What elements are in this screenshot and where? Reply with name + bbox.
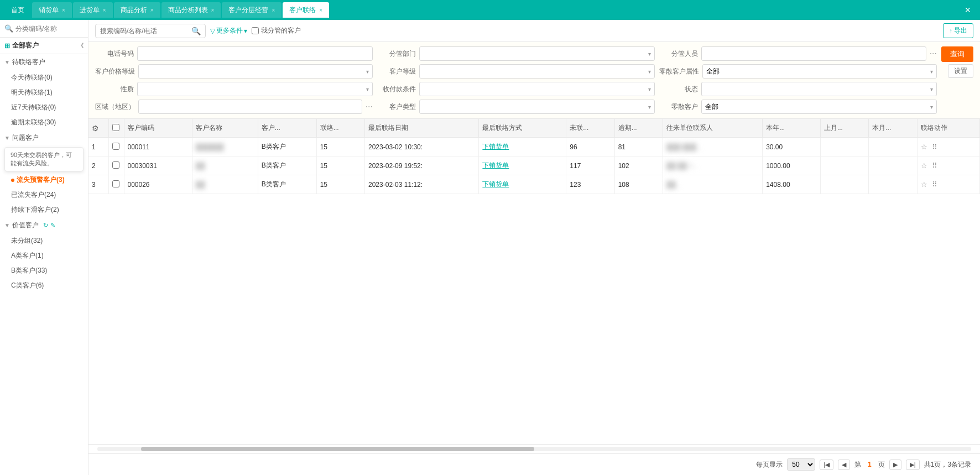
gear-icon[interactable]: ⚙ — [92, 124, 99, 133]
last-page-button[interactable]: ▶| — [906, 460, 920, 470]
refresh-icon[interactable]: ↻ — [43, 222, 48, 229]
sidebar-search-input[interactable] — [15, 25, 84, 33]
close-icon[interactable]: × — [103, 7, 106, 13]
row-checkbox[interactable] — [108, 175, 124, 194]
scroll-thumb[interactable] — [141, 447, 534, 451]
filter-search-input[interactable] — [100, 27, 189, 35]
sidebar-item-7days[interactable]: 近7天待联络(0) — [0, 100, 88, 115]
close-icon[interactable]: × — [272, 7, 275, 13]
table-header-this-month[interactable]: 本月... — [869, 119, 917, 138]
table-header-checkbox[interactable] — [108, 119, 124, 138]
arrow-icon: ▼ — [4, 135, 10, 141]
my-customers-checkbox[interactable] — [252, 27, 259, 34]
table-header-contact[interactable]: 联络... — [316, 119, 364, 138]
select-all-checkbox[interactable] — [112, 124, 119, 131]
sidebar-group-value[interactable]: ▼ 价值客户 ↻ ✎ — [0, 217, 88, 233]
all-customers-header[interactable]: ⊞ 全部客户 《 — [0, 38, 88, 54]
table-header-unlisted[interactable]: 未联... — [566, 119, 614, 138]
row-select-checkbox[interactable] — [112, 161, 119, 169]
close-icon[interactable]: × — [211, 7, 215, 13]
contact-icon[interactable]: ☆ — [921, 161, 927, 170]
query-button[interactable]: 查询 — [941, 46, 973, 62]
sidebar-item-class-a[interactable]: A类客户(1) — [0, 248, 88, 263]
table-header-last-month[interactable]: 上月... — [820, 119, 868, 138]
price-level-select[interactable]: ▾ — [138, 64, 373, 79]
row-last-date: 2023-02-03 11:12: — [365, 175, 479, 194]
nav-home[interactable]: 首页 — [4, 2, 31, 18]
zero-attr-select[interactable]: 全部 ▾ — [702, 64, 937, 79]
sidebar-item-today[interactable]: 今天待联络(0) — [0, 70, 88, 85]
contact-icon[interactable]: ☆ — [921, 180, 927, 189]
row-index: 3 — [88, 175, 108, 194]
first-page-button[interactable]: |◀ — [820, 460, 833, 470]
close-icon[interactable]: × — [150, 7, 154, 13]
row-last-method[interactable]: 下销货单 — [479, 138, 566, 156]
row-select-checkbox[interactable] — [112, 143, 119, 150]
table-header-code[interactable]: 客户编码 — [124, 119, 192, 138]
page-size-select[interactable]: 50 20 100 — [787, 458, 815, 471]
close-icon[interactable]: × — [62, 7, 65, 13]
zero-customer-select[interactable]: 全部 ▾ — [701, 100, 937, 114]
row-last-method[interactable]: 下销货单 — [479, 175, 566, 194]
row-this-year: 30.00 — [763, 138, 821, 156]
window-close-button[interactable]: ✕ — [960, 3, 976, 17]
customer-type-select[interactable]: ▾ — [419, 100, 655, 114]
phone-input[interactable] — [137, 46, 373, 61]
table-header-last-date[interactable]: 最后联络日期 — [365, 119, 479, 138]
sidebar-group-pending[interactable]: ▼ 待联络客户 — [0, 54, 88, 70]
more-action-icon[interactable]: ⠿ — [932, 143, 937, 151]
table-header-type[interactable]: 客户... — [258, 119, 316, 138]
nav-tab-product-list[interactable]: 商品分析列表 × — [161, 2, 221, 18]
sidebar-item-ungrouped[interactable]: 未分组(32) — [0, 233, 88, 248]
table-header-unit-contact[interactable]: 往来单位联系人 — [663, 119, 762, 138]
more-action-icon[interactable]: ⠿ — [932, 161, 937, 170]
arrow-icon: ▼ — [4, 222, 10, 228]
status-select[interactable]: ▾ — [701, 82, 937, 96]
next-page-button[interactable]: ▶ — [889, 460, 901, 470]
sidebar-item-churned[interactable]: 已流失客户(24) — [0, 187, 88, 202]
sidebar-item-tomorrow[interactable]: 明天待联络(1) — [0, 85, 88, 100]
region-select[interactable] — [138, 100, 362, 114]
nav-tab-purchase[interactable]: 进货单 × — [73, 2, 113, 18]
nav-tab-customer-tier[interactable]: 客户分层经营 × — [222, 2, 282, 18]
nav-tab-product-analysis[interactable]: 商品分析 × — [114, 2, 160, 18]
gender-select[interactable]: ▾ — [137, 82, 373, 96]
row-last-method[interactable]: 下销货单 — [479, 156, 566, 175]
sidebar-item-class-c[interactable]: C类客户(6) — [0, 278, 88, 293]
chevron-down-icon: ▾ — [366, 69, 369, 75]
export-button[interactable]: ↑ 导出 — [943, 23, 973, 38]
table-header-last-method[interactable]: 最后联络方式 — [479, 119, 566, 138]
dept-select[interactable]: ▾ — [419, 46, 655, 61]
sidebar-item-overdue[interactable]: 逾期未联络(30) — [0, 115, 88, 130]
table-header-overdue[interactable]: 逾期... — [614, 119, 663, 138]
row-checkbox[interactable] — [108, 138, 124, 156]
prev-page-button[interactable]: ◀ — [838, 460, 850, 470]
more-conditions-button[interactable]: ▽ 更多条件 ▾ — [210, 26, 247, 35]
sidebar-item-class-b[interactable]: B类客户(33) — [0, 263, 88, 278]
sidebar-item-churn-warning[interactable]: 流失预警客户(3) — [0, 173, 88, 187]
table-header-name[interactable]: 客户名称 — [192, 119, 258, 138]
horizontal-scrollbar[interactable] — [88, 444, 980, 453]
table-header-this-year[interactable]: 本年... — [763, 119, 821, 138]
nav-tab-sales[interactable]: 销货单 × — [32, 2, 72, 18]
search-button[interactable]: 🔍 — [191, 27, 201, 35]
more-action-icon[interactable]: ⠿ — [932, 180, 937, 189]
customer-level-select[interactable]: ▾ — [419, 64, 655, 79]
row-checkbox[interactable] — [108, 156, 124, 175]
person-select[interactable] — [701, 46, 926, 61]
edit-icon[interactable]: ✎ — [50, 222, 55, 229]
collapse-icon[interactable]: 《 — [78, 42, 84, 50]
sidebar-group-problem[interactable]: ▼ 问题客户 — [0, 130, 88, 146]
table-header-gear[interactable]: ⚙ — [88, 119, 108, 138]
contact-icon[interactable]: ☆ — [921, 143, 927, 151]
more-icon[interactable]: ··· — [366, 102, 373, 112]
settings-button[interactable]: 设置 — [948, 64, 973, 78]
more-icon[interactable]: ··· — [930, 49, 937, 59]
row-select-checkbox[interactable] — [112, 180, 119, 187]
scroll-track[interactable] — [97, 447, 971, 451]
payment-select[interactable]: ▾ — [419, 82, 655, 96]
sidebar-item-declining[interactable]: 持续下滑客户(2) — [0, 202, 88, 217]
row-overdue: 81 — [614, 138, 663, 156]
nav-tab-customer-contact[interactable]: 客户联络 × — [283, 2, 329, 18]
close-icon[interactable]: × — [319, 7, 322, 13]
